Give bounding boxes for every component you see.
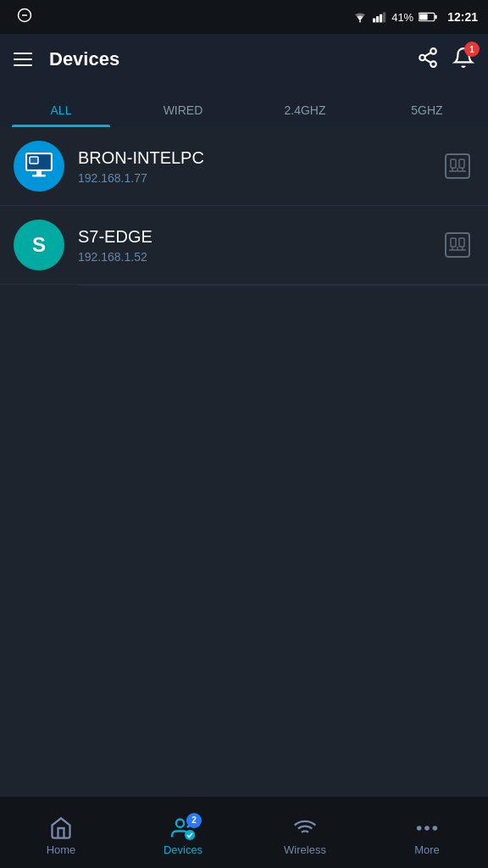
table-row[interactable]: BRON-INTELPC 192.168.1.77 [0, 127, 488, 206]
svg-point-35 [185, 830, 195, 840]
empty-content-area [0, 286, 488, 868]
notification-badge: 1 [464, 42, 480, 57]
svg-point-37 [417, 826, 422, 831]
table-row[interactable]: S S7-EDGE 192.168.1.52 [0, 206, 488, 285]
svg-rect-22 [459, 159, 464, 168]
more-icon [415, 816, 439, 840]
nav-item-wireless[interactable]: Wireless [244, 810, 366, 856]
menu-button[interactable] [14, 53, 32, 66]
device-list: BRON-INTELPC 192.168.1.77 S S7-EDGE 192.… [0, 127, 488, 286]
bottom-navigation: Home 2 Devices [0, 797, 488, 868]
svg-rect-6 [383, 12, 385, 22]
svg-point-38 [424, 826, 430, 831]
svg-rect-4 [376, 16, 379, 22]
header: Devices 1 [0, 34, 488, 85]
svg-point-39 [433, 826, 438, 831]
device-ip: 192.168.1.52 [78, 250, 441, 264]
nav-label-home: Home [47, 843, 76, 856]
computer-icon [24, 153, 54, 180]
wifi-icon [293, 816, 317, 840]
svg-rect-20 [446, 154, 469, 178]
page-title: Devices [49, 48, 417, 70]
notifications-button[interactable]: 1 [452, 47, 474, 72]
svg-point-11 [419, 55, 425, 61]
wifi-status-icon [352, 11, 368, 23]
svg-line-14 [424, 53, 430, 56]
signal-icon [373, 11, 386, 23]
svg-point-12 [430, 61, 436, 67]
battery-icon [419, 12, 437, 22]
svg-point-34 [176, 819, 184, 826]
home-icon [49, 816, 73, 840]
svg-rect-27 [446, 233, 469, 257]
svg-rect-19 [30, 157, 38, 164]
share-button[interactable] [417, 47, 439, 72]
nav-item-more[interactable]: More [366, 810, 488, 856]
nav-item-home[interactable]: Home [0, 810, 122, 856]
list-divider [78, 285, 488, 286]
svg-rect-29 [459, 238, 464, 247]
svg-point-10 [430, 48, 436, 54]
svg-rect-5 [380, 14, 382, 23]
svg-rect-3 [373, 19, 375, 23]
battery-percentage: 41% [391, 11, 413, 24]
ethernet-port-icon [441, 228, 474, 262]
tab-2.4ghz[interactable]: 2.4GHZ [244, 103, 366, 127]
svg-rect-8 [435, 15, 436, 19]
svg-line-13 [424, 59, 430, 63]
device-letter-avatar: S [32, 233, 46, 257]
status-bar: 41% 12:21 [0, 0, 488, 34]
tab-5ghz[interactable]: 5GHZ [366, 103, 488, 127]
tab-wired[interactable]: WIRED [122, 103, 244, 127]
device-avatar-bron [14, 141, 64, 192]
device-name: BRON-INTELPC [78, 148, 441, 168]
status-time: 12:21 [447, 10, 478, 24]
nav-label-more: More [414, 843, 440, 856]
device-avatar-s7: S [14, 220, 64, 270]
nav-item-devices[interactable]: 2 Devices [122, 810, 244, 856]
svg-point-2 [359, 20, 361, 22]
device-info-bron: BRON-INTELPC 192.168.1.77 [78, 148, 441, 185]
tab-all[interactable]: ALL [0, 103, 122, 127]
svg-rect-18 [32, 175, 46, 177]
status-minus-icon [17, 8, 32, 26]
device-ip: 192.168.1.77 [78, 171, 441, 185]
filter-tabs: ALL WIRED 2.4GHZ 5GHZ [0, 85, 488, 127]
svg-rect-9 [419, 14, 427, 19]
svg-rect-28 [451, 238, 456, 247]
header-actions: 1 [417, 47, 474, 72]
device-info-s7: S7-EDGE 192.168.1.52 [78, 227, 441, 264]
nav-label-wireless: Wireless [284, 843, 326, 856]
ethernet-port-icon [441, 149, 474, 183]
device-name: S7-EDGE [78, 227, 441, 247]
svg-rect-21 [451, 159, 456, 168]
nav-label-devices: Devices [164, 843, 202, 856]
svg-rect-17 [36, 170, 42, 175]
devices-badge: 2 [186, 813, 202, 828]
